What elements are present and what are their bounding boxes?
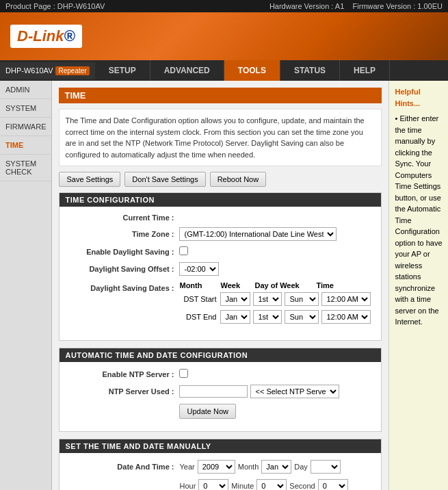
- dst-end-row: DST End Jan 1st Sun 12:00 AM: [179, 310, 371, 324]
- dst-month-header: Month: [179, 281, 220, 289]
- tab-setup[interactable]: SETUP: [95, 60, 150, 81]
- enable-dst-label: Enable Daylight Saving :: [70, 248, 179, 256]
- dst-end-day[interactable]: Sun: [285, 310, 319, 324]
- month-select[interactable]: Jan: [261, 460, 291, 474]
- date-row: Year 2009 Month Jan Day: [179, 460, 340, 474]
- month-label: Month: [238, 463, 259, 471]
- current-time-row: Current Time :: [70, 214, 371, 222]
- timezone-value: (GMT-12:00) International Date Line West: [179, 227, 337, 241]
- manual-config-header: SET THE TIME AND DATE MANUALLY: [60, 439, 381, 453]
- minute-select[interactable]: 0: [256, 479, 287, 490]
- nav-tabs: SETUP ADVANCED TOOLS STATUS HELP: [95, 60, 448, 81]
- manual-config-body: Date And Time : Year 2009 Month Jan Day: [60, 453, 381, 490]
- day-select[interactable]: [311, 460, 341, 474]
- time-config-section: TIME CONFIGURATION Current Time : Time Z…: [59, 192, 382, 341]
- tab-status[interactable]: STATUS: [280, 60, 340, 81]
- update-now-row: Update Now: [70, 404, 371, 419]
- day-label: Day: [294, 463, 308, 471]
- dst-start-month[interactable]: Jan: [220, 292, 250, 306]
- dst-start-label: DST Start: [179, 295, 220, 303]
- enable-ntp-label: Enable NTP Server :: [70, 370, 179, 378]
- main-layout: ADMIN SYSTEM FIRMWARE TIME SYSTEM CHECK …: [0, 81, 448, 490]
- dst-offset-row: Daylight Saving Offset : -02:00: [70, 262, 371, 276]
- top-bar: Product Page : DHP-W610AV Hardware Versi…: [0, 0, 448, 12]
- ntp-server-select[interactable]: << Select NTP Server: [250, 385, 339, 398]
- nav-bar: DHP-W610AV Repeater SETUP ADVANCED TOOLS…: [0, 60, 448, 81]
- timezone-select[interactable]: (GMT-12:00) International Date Line West: [179, 227, 337, 241]
- dst-end-week[interactable]: 1st: [253, 310, 282, 324]
- tab-tools[interactable]: TOOLS: [224, 60, 280, 81]
- tab-advanced[interactable]: ADVANCED: [150, 60, 224, 81]
- timezone-row: Time Zone : (GMT-12:00) International Da…: [70, 227, 371, 241]
- product-page-label: Product Page : DHP-W610AV: [5, 2, 105, 10]
- ntp-config-body: Enable NTP Server : NTP Server Used : <<…: [60, 362, 381, 431]
- dont-save-button-top[interactable]: Don't Save Settings: [124, 172, 205, 187]
- dst-dates-label: Daylight Saving Dates :: [70, 281, 179, 292]
- dst-end-month[interactable]: Jan: [220, 310, 250, 324]
- second-select[interactable]: 0: [318, 479, 348, 490]
- nav-product: DHP-W610AV Repeater: [0, 62, 95, 79]
- year-label: Year: [179, 463, 194, 471]
- hints-panel: Helpful Hints... • Either enter the time…: [388, 81, 448, 490]
- update-now-button[interactable]: Update Now: [179, 404, 236, 419]
- sidebar-item-system[interactable]: SYSTEM: [0, 99, 51, 118]
- dst-dayofweek-header: Day of Week: [254, 281, 316, 289]
- ntp-server-input[interactable]: [179, 385, 248, 398]
- sidebar-item-firmware[interactable]: FIRMWARE: [0, 118, 51, 136]
- timezone-label: Time Zone :: [70, 230, 179, 238]
- dst-end-label: DST End: [179, 313, 220, 321]
- enable-dst-row: Enable Daylight Saving :: [70, 246, 371, 257]
- hour-select[interactable]: 0: [198, 479, 228, 490]
- dst-offset-label: Daylight Saving Offset :: [70, 265, 179, 273]
- dst-col-headers: Month Week Day of Week Time: [179, 281, 371, 289]
- dst-dates-row: Daylight Saving Dates : Month Week Day o…: [70, 281, 371, 328]
- date-time-label: Date And Time :: [70, 463, 179, 471]
- dst-week-header: Week: [220, 281, 254, 289]
- dst-start-day[interactable]: Sun: [285, 292, 319, 306]
- ntp-server-row: NTP Server Used : << Select NTP Server: [70, 385, 371, 398]
- nav-product-label: DHP-W610AV: [5, 66, 53, 75]
- content-area: TIME The Time and Date Configuration opt…: [52, 81, 388, 490]
- dst-time-header: Time: [316, 281, 364, 289]
- ntp-config-section: AUTOMATIC TIME AND DATE CONFIGURATION En…: [59, 348, 382, 432]
- dst-end-time[interactable]: 12:00 AM: [321, 310, 371, 324]
- tab-help[interactable]: HELP: [340, 60, 390, 81]
- time-row: Hour 0 Minute 0 Second 0: [179, 479, 347, 490]
- sidebar-item-time[interactable]: TIME: [0, 136, 51, 155]
- date-time-row1: Date And Time : Year 2009 Month Jan Day: [70, 460, 371, 474]
- dlink-logo: D-Link®: [10, 25, 82, 48]
- sidebar-item-system-check[interactable]: SYSTEM CHECK: [0, 155, 51, 181]
- enable-ntp-row: Enable NTP Server :: [70, 369, 371, 379]
- hour-label: Hour: [179, 482, 196, 490]
- save-settings-button-top[interactable]: Save Settings: [59, 172, 120, 187]
- hints-text: • Either enter the time manually by clic…: [395, 113, 443, 328]
- date-time-row2: Hour 0 Minute 0 Second 0: [70, 479, 371, 490]
- sidebar: ADMIN SYSTEM FIRMWARE TIME SYSTEM CHECK: [0, 81, 52, 490]
- hints-title: Helpful Hints...: [395, 86, 443, 109]
- repeater-badge: Repeater: [55, 66, 89, 75]
- time-config-body: Current Time : Time Zone : (GMT-12:00) I…: [60, 207, 381, 340]
- enable-dst-checkbox[interactable]: [179, 246, 188, 255]
- dst-offset-select[interactable]: -02:00: [179, 262, 219, 276]
- page-title: TIME: [59, 88, 382, 103]
- reboot-button-top[interactable]: Reboot Now: [210, 172, 267, 187]
- year-select[interactable]: 2009: [198, 460, 235, 474]
- dst-start-time[interactable]: 12:00 AM: [321, 292, 371, 306]
- ntp-server-label: NTP Server Used :: [70, 387, 179, 396]
- header: D-Link®: [0, 12, 448, 60]
- second-label: Second: [289, 482, 315, 490]
- minute-label: Minute: [231, 482, 254, 490]
- dst-start-row: DST Start Jan 1st Sun 12:00 AM: [179, 292, 371, 306]
- dst-dates-content: Month Week Day of Week Time DST Start Ja…: [179, 281, 371, 328]
- time-config-header: TIME CONFIGURATION: [60, 193, 381, 207]
- info-box: The Time and Date Configuration option a…: [59, 109, 382, 166]
- ntp-config-header: AUTOMATIC TIME AND DATE CONFIGURATION: [60, 348, 381, 362]
- version-info: Hardware Version : A1 Firmware Version :…: [269, 2, 443, 10]
- sidebar-item-admin[interactable]: ADMIN: [0, 81, 51, 99]
- enable-ntp-checkbox[interactable]: [179, 369, 188, 378]
- manual-config-section: SET THE TIME AND DATE MANUALLY Date And …: [59, 439, 382, 490]
- current-time-label: Current Time :: [70, 214, 179, 222]
- top-btn-row: Save Settings Don't Save Settings Reboot…: [59, 172, 382, 187]
- dst-start-week[interactable]: 1st: [253, 292, 282, 306]
